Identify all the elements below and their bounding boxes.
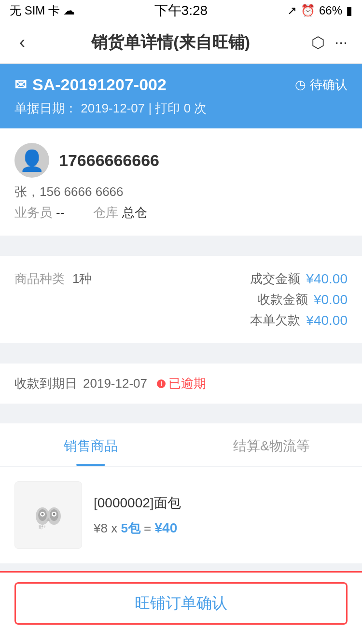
amount-row: 成交金额 ¥40.00 [250, 270, 348, 287]
overdue-icon: ! [157, 379, 166, 388]
status-bar: 无 SIM 卡 ☁ 下午3:28 ↗ ⏰ 66% ▮ [0, 0, 362, 21]
received-label: 收款金额 [258, 291, 308, 308]
amount-label: 成交金额 [250, 270, 300, 287]
amount-value: ¥40.00 [306, 271, 348, 287]
product-item: 野+ [0000002]面包 ¥8 x 5包 = ¥40 [14, 481, 348, 549]
overdue-badge: ! 已逾期 [157, 375, 206, 392]
divider-2 [0, 344, 362, 353]
category-info: 商品种类 1种 [14, 270, 92, 287]
customer-card: 👤 17666666666 张，156 6666 6666 业务员 -- 仓库 … [0, 128, 362, 236]
tabs-container: 销售商品 结算&物流等 [0, 423, 362, 467]
order-header-banner: ✉ SA-20191207-002 ◷ 待确认 单据日期： 2019-12-07… [0, 64, 362, 128]
owed-row: 本单欠款 ¥40.00 [250, 312, 348, 329]
svg-point-7 [53, 513, 56, 516]
products-section: 野+ [0000002]面包 ¥8 x 5包 = ¥40 [0, 467, 362, 563]
more-icon[interactable]: ··· [334, 33, 348, 51]
received-value: ¥0.00 [314, 292, 348, 308]
divider-3 [0, 404, 362, 414]
sim-indicator: 无 SIM 卡 ☁ [10, 3, 75, 18]
customer-phone: 17666666666 [59, 151, 159, 170]
category-label: 商品种类 [14, 270, 65, 287]
warehouse-label: 仓库 [93, 204, 118, 221]
svg-text:野+: 野+ [39, 524, 46, 530]
category-value: 1种 [72, 270, 92, 287]
sales-value: -- [56, 205, 64, 220]
order-date: 单据日期： 2019-12-07 | 打印 0 次 [14, 100, 348, 117]
location-icon: ↗ [287, 4, 297, 17]
product-details: [0000002]面包 ¥8 x 5包 = ¥40 [94, 494, 348, 537]
warehouse-value: 总仓 [122, 204, 147, 221]
nav-bar: ‹ 销货单详情(来自旺铺) ⬡ ··· [0, 21, 362, 64]
due-date-value: 2019-12-07 [83, 376, 147, 391]
back-button[interactable]: ‹ [14, 28, 30, 57]
status-right: ↗ ⏰ 66% ▮ [287, 4, 352, 17]
order-icon: ✉ [14, 76, 27, 93]
product-total: ¥40 [154, 520, 177, 535]
product-price: ¥8 x 5包 = ¥40 [94, 520, 348, 537]
battery-icon: ▮ [346, 4, 352, 17]
product-logo: 野+ [29, 501, 68, 530]
due-date-label: 收款到期日 [14, 375, 77, 392]
owed-value: ¥40.00 [306, 313, 348, 328]
owed-label: 本单欠款 [250, 312, 300, 329]
product-qty: 5包 [121, 521, 140, 535]
status-left: 无 SIM 卡 ☁ [10, 3, 75, 18]
battery-indicator: 66% [319, 4, 342, 17]
order-id: ✉ SA-20191207-002 [14, 75, 167, 94]
product-name: [0000002]面包 [94, 494, 348, 512]
confirm-order-button[interactable]: 旺铺订单确认 [14, 582, 348, 625]
sales-label: 业务员 [14, 204, 52, 221]
sales-meta: 业务员 -- [14, 204, 64, 221]
confirm-btn-container: 旺铺订单确认 [0, 571, 362, 644]
share-icon[interactable]: ⬡ [311, 33, 325, 52]
tab-sales-products[interactable]: 销售商品 [0, 423, 181, 466]
alarm-icon: ⏰ [301, 4, 315, 17]
user-icon: 👤 [19, 149, 44, 172]
summary-card: 商品种类 1种 成交金额 ¥40.00 收款金额 ¥0.00 本单欠款 ¥40.… [0, 255, 362, 344]
warehouse-meta: 仓库 总仓 [93, 204, 147, 221]
page-title: 销货单详情(来自旺铺) [91, 31, 250, 54]
overdue-text: 已逾期 [168, 375, 206, 392]
product-thumbnail: 野+ [14, 481, 82, 549]
avatar: 👤 [14, 143, 49, 178]
customer-meta: 业务员 -- 仓库 总仓 [14, 204, 348, 221]
order-status: ◷ 待确认 [295, 76, 348, 93]
received-row: 收款金额 ¥0.00 [258, 291, 348, 308]
status-time: 下午3:28 [154, 1, 208, 20]
amount-info: 成交金额 ¥40.00 收款金额 ¥0.00 本单欠款 ¥40.00 [250, 270, 348, 329]
svg-point-6 [42, 513, 44, 516]
price-formula: ¥8 x [94, 521, 121, 535]
status-text: 待确认 [310, 76, 348, 93]
nav-actions: ⬡ ··· [311, 33, 348, 52]
divider-1 [0, 236, 362, 246]
due-date-card: 收款到期日 2019-12-07 ! 已逾期 [0, 363, 362, 404]
tab-settlement-logistics[interactable]: 结算&物流等 [181, 423, 362, 466]
clock-icon: ◷ [295, 77, 306, 92]
customer-name-phone: 张，156 6666 6666 [14, 183, 348, 200]
